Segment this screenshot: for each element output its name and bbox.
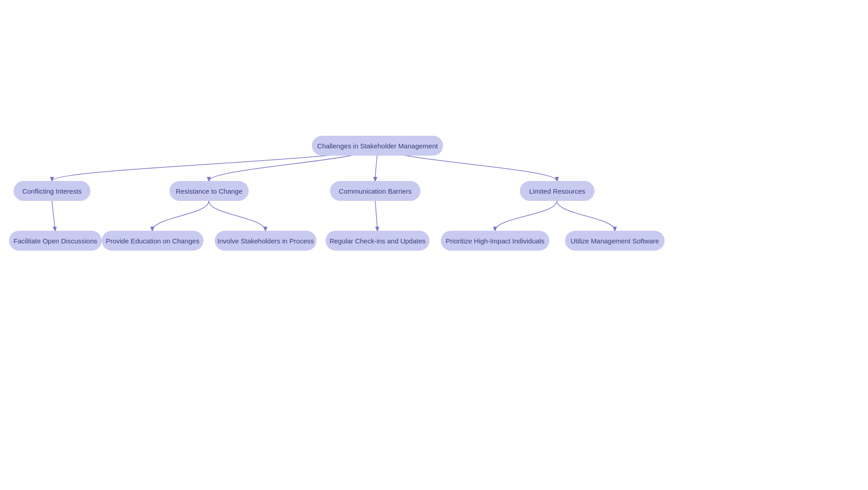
node-facilitate: Facilitate Open Discussions <box>9 231 102 251</box>
diagram-container: Challenges in Stakeholder Management Con… <box>0 0 868 490</box>
node-education: Provide Education on Changes <box>102 231 203 251</box>
node-conflicting: Conflicting Interests <box>14 181 90 201</box>
node-prioritize: Prioritize High-Impact Individuals <box>441 231 549 251</box>
node-involve: Involve Stakeholders in Process <box>215 231 316 251</box>
node-resistance: Resistance to Change <box>170 181 249 201</box>
node-root: Challenges in Stakeholder Management <box>312 136 443 156</box>
svg-line-0 <box>52 201 55 231</box>
node-checkins: Regular Check-ins and Updates <box>326 231 429 251</box>
svg-line-1 <box>375 201 377 231</box>
node-utilize: Utilize Management Software <box>565 231 665 251</box>
node-communication: Communication Barriers <box>330 181 420 201</box>
node-limited: Limited Resources <box>520 181 594 201</box>
